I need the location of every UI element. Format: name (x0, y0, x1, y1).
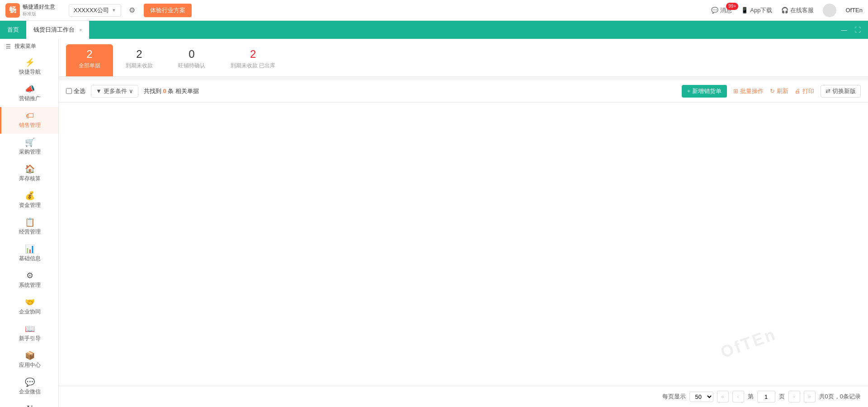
sidebar-item-label: 营销推广 (19, 95, 41, 103)
result-prefix: 共找到 (144, 88, 161, 94)
stat-label-pending: 旺铺待确认 (178, 62, 205, 70)
user-name[interactable]: OfTEn (845, 7, 863, 14)
filter-label: 更多条件 (104, 87, 127, 95)
stat-tab-overdue[interactable]: 2 到期未收款 (113, 44, 165, 76)
stat-count-all: 2 (86, 48, 92, 61)
sidebar-item-app-center[interactable]: 📦 应用中心 (0, 347, 58, 374)
sidebar-item-quick-nav[interactable]: ⚡ 快捷导航 (0, 54, 58, 80)
sidebar: ☰ 搜索菜单 ⚡ 快捷导航 📣 营销推广 🏷 销售管理 🛒 采购管理 🏠 库存核… (0, 39, 59, 407)
wechat-icon: 💬 (25, 378, 35, 386)
message-badge: 99+ (726, 3, 738, 10)
message-button[interactable]: 💬 消息 99+ (711, 6, 732, 14)
avatar[interactable] (823, 4, 836, 17)
sidebar-search[interactable]: ☰ 搜索菜单 (0, 39, 58, 54)
print-icon: 🖨 (795, 88, 801, 94)
sidebar-item-member[interactable]: V 畅会员 (0, 400, 58, 407)
guide-icon: 📖 (25, 325, 35, 333)
stat-count-pending: 0 (189, 48, 194, 61)
stat-tab-all[interactable]: 2 全部单据 (66, 44, 113, 76)
sidebar-item-finance[interactable]: 💰 资金管理 (0, 187, 58, 214)
switch-icon: ⇄ (826, 88, 830, 94)
content-area: 2 全部单据 2 到期未收款 0 旺铺待确认 2 到期未收款 已出库 全选 (59, 39, 868, 407)
quick-nav-icon: ⚡ (25, 58, 35, 66)
select-all-label: 全选 (74, 87, 85, 95)
sidebar-item-inventory[interactable]: 🏠 库存核算 (0, 160, 58, 187)
per-page-label: 每页显示 (662, 393, 686, 401)
logo-text: 畅捷通好生意 标准版 (23, 4, 55, 17)
company-selector[interactable]: XXXXXX公司 ▼ (69, 4, 121, 17)
stat-label-overdue-out: 到期未收款 已出库 (231, 62, 275, 70)
sidebar-item-label: 经营管理 (19, 228, 41, 236)
tab-home-label: 首页 (7, 26, 19, 34)
menu-icon: ☰ (6, 43, 11, 50)
switch-version-button[interactable]: ⇄ 切换新版 (821, 85, 861, 98)
top-header: 畅 畅捷通好生意 标准版 XXXXXX公司 ▼ ⚙ 体验行业方案 💬 消息 99… (0, 0, 868, 21)
toolbar-right: + 新增销货单 ⊞ 批量操作 ↻ 刷新 🖨 打印 ⇄ 切换新版 (682, 85, 861, 98)
sidebar-item-sales[interactable]: 🏷 销售管理 (0, 107, 58, 134)
tab-expand-icon[interactable]: ⛶ (852, 25, 863, 34)
tab-close-icon[interactable]: × (79, 27, 82, 33)
sidebar-item-label: 系统管理 (19, 281, 41, 289)
tab-bar: 首页 钱货日清工作台 × — ⛶ (0, 21, 868, 39)
header-right: 💬 消息 99+ 📱 App下载 🎧 在线客服 OfTEn (711, 4, 863, 17)
purchase-icon: 🛒 (25, 138, 35, 146)
settings-button[interactable]: ⚙ (126, 4, 138, 17)
sidebar-item-wechat[interactable]: 💬 企业微信 (0, 374, 58, 400)
sidebar-item-purchase[interactable]: 🛒 采购管理 (0, 134, 58, 160)
sidebar-item-marketing[interactable]: 📣 营销推广 (0, 80, 58, 107)
page-input[interactable] (757, 391, 775, 402)
sidebar-search-label: 搜索菜单 (14, 42, 36, 50)
gear-icon: ⚙ (129, 6, 135, 14)
system-icon: ⚙ (26, 271, 33, 280)
tab-cash-work-label: 钱货日清工作台 (33, 26, 75, 34)
main-layout: ☰ 搜索菜单 ⚡ 快捷导航 📣 营销推广 🏷 销售管理 🛒 采购管理 🏠 库存核… (0, 39, 868, 407)
app-center-icon: 📦 (25, 351, 35, 360)
page-label: 第 (748, 393, 754, 401)
sidebar-item-cooperation[interactable]: 🤝 企业协同 (0, 294, 58, 320)
sidebar-item-system[interactable]: ⚙ 系统管理 (0, 267, 58, 294)
trial-button[interactable]: 体验行业方案 (144, 4, 192, 17)
logo-icon: 畅 (5, 3, 20, 18)
last-page-button[interactable]: » (804, 391, 816, 402)
result-count: 0 (163, 88, 166, 94)
tab-cash-work[interactable]: 钱货日清工作台 × (26, 21, 89, 39)
tab-home[interactable]: 首页 (0, 21, 26, 39)
tab-minimize-icon[interactable]: — (838, 25, 850, 34)
switch-label: 切换新版 (832, 87, 856, 95)
sidebar-item-label: 基础信息 (19, 255, 41, 262)
add-sale-order-button[interactable]: + 新增销货单 (682, 85, 727, 98)
select-all-checkbox[interactable]: 全选 (66, 87, 85, 95)
refresh-button[interactable]: ↻ 刷新 (770, 87, 788, 95)
toolbar: 全选 ▼ 更多条件 ∨ 共找到 0 条 相关单据 + 新增销货单 ⊞ 批量操作 … (59, 80, 868, 103)
sidebar-item-basic-info[interactable]: 📊 基础信息 (0, 240, 58, 267)
prev-page-button[interactable]: ‹ (732, 391, 744, 402)
cooperation-icon: 🤝 (25, 298, 35, 306)
app-download-button[interactable]: 📱 App下载 (741, 6, 772, 14)
stat-label-overdue: 到期未收款 (126, 62, 153, 70)
stat-label-all: 全部单据 (79, 62, 100, 70)
print-button[interactable]: 🖨 打印 (795, 87, 814, 95)
result-suffix: 条 相关单据 (168, 88, 199, 94)
stat-tab-overdue-out[interactable]: 2 到期未收款 已出库 (218, 44, 288, 76)
operation-icon: 📋 (25, 218, 35, 226)
filter-button[interactable]: ▼ 更多条件 ∨ (91, 85, 138, 98)
sales-icon: 🏷 (26, 112, 34, 120)
batch-operation-button[interactable]: ⊞ 批量操作 (733, 87, 764, 95)
online-service-button[interactable]: 🎧 在线客服 (781, 6, 814, 14)
app-download-label: App下载 (750, 6, 772, 14)
pagination: 每页显示 50 « ‹ 第 页 › » 共0页，0条记录 (59, 386, 868, 407)
stat-tab-pending[interactable]: 0 旺铺待确认 (165, 44, 218, 76)
select-all-input[interactable] (66, 88, 72, 94)
sidebar-item-label: 企业协同 (19, 308, 41, 316)
first-page-button[interactable]: « (717, 391, 729, 402)
per-page-select[interactable]: 50 (689, 392, 713, 402)
sidebar-item-label: 销售管理 (19, 122, 41, 129)
sidebar-item-guide[interactable]: 📖 新手引导 (0, 320, 58, 347)
table-area (59, 103, 868, 386)
stat-count-overdue-out: 2 (250, 48, 256, 61)
finance-icon: 💰 (25, 192, 35, 200)
sidebar-item-label: 应用中心 (19, 361, 41, 369)
next-page-button[interactable]: › (788, 391, 800, 402)
marketing-icon: 📣 (25, 85, 35, 93)
sidebar-item-operation[interactable]: 📋 经营管理 (0, 214, 58, 240)
